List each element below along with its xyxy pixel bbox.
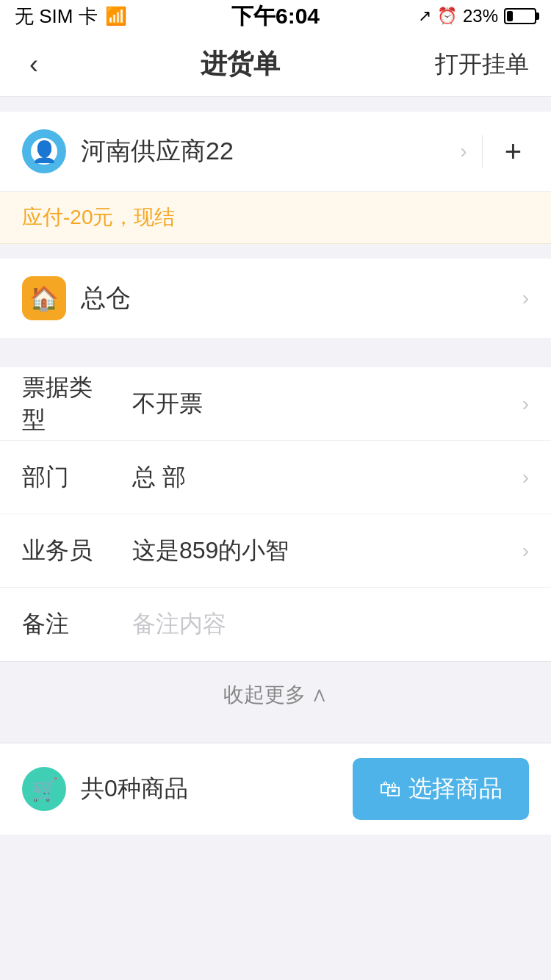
status-right: ↗ ⏰ 23% bbox=[418, 6, 536, 26]
status-bar: 无 SIM 卡 📶 下午6:04 ↗ ⏰ 23% bbox=[0, 0, 551, 32]
warehouse-row[interactable]: 🏠 总仓 › bbox=[0, 259, 551, 338]
warehouse-icon-wrap: 🏠 bbox=[22, 276, 66, 320]
status-time: 下午6:04 bbox=[231, 1, 320, 32]
product-count: 共0种商品 bbox=[81, 773, 353, 805]
bottom-bar: 🛒 共0种商品 🛍 选择商品 bbox=[0, 743, 551, 835]
supplier-avatar bbox=[22, 129, 66, 173]
location-icon: ↗ bbox=[418, 7, 431, 26]
battery-bar bbox=[504, 8, 536, 24]
page-title: 进货单 bbox=[201, 46, 280, 82]
section-gap-3 bbox=[0, 338, 551, 353]
notes-row[interactable]: 备注 备注内容 bbox=[0, 588, 551, 661]
warehouse-icon: 🏠 bbox=[29, 284, 59, 312]
avatar-icon bbox=[31, 138, 57, 165]
battery-fill bbox=[507, 11, 513, 21]
product-icon-wrap: 🛒 bbox=[22, 767, 66, 811]
invoice-type-value: 不开票 bbox=[110, 388, 522, 420]
select-product-label: 选择商品 bbox=[408, 773, 503, 805]
notes-placeholder[interactable]: 备注内容 bbox=[110, 608, 529, 641]
invoice-type-chevron-icon: › bbox=[522, 392, 529, 416]
supplier-chevron-icon: › bbox=[460, 140, 467, 163]
department-value: 总 部 bbox=[110, 461, 522, 494]
invoice-type-row[interactable]: 票据类型 不开票 › bbox=[0, 367, 551, 441]
carrier-text: 无 SIM 卡 bbox=[15, 4, 98, 29]
section-gap-1 bbox=[0, 97, 551, 112]
department-label: 部门 bbox=[22, 461, 110, 494]
supplier-name: 河南供应商22 bbox=[81, 134, 460, 168]
warehouse-chevron-icon: › bbox=[522, 287, 529, 310]
warehouse-section: 🏠 总仓 › bbox=[0, 259, 551, 338]
department-chevron-icon: › bbox=[522, 466, 529, 489]
back-button[interactable]: ‹ bbox=[22, 42, 46, 87]
sales-rep-value: 这是859的小智 bbox=[110, 535, 522, 567]
collapse-label: 收起更多 ∧ bbox=[223, 681, 328, 709]
notes-label: 备注 bbox=[22, 608, 110, 641]
form-section: 票据类型 不开票 › 部门 总 部 › 业务员 这是859的小智 › 备注 备注… bbox=[0, 367, 551, 661]
open-pending-button[interactable]: 打开挂单 bbox=[435, 48, 529, 81]
divider bbox=[482, 135, 483, 167]
status-carrier: 无 SIM 卡 📶 bbox=[15, 4, 127, 29]
wifi-icon: 📶 bbox=[105, 6, 127, 26]
select-product-icon: 🛍 bbox=[379, 777, 401, 801]
section-gap-2 bbox=[0, 244, 551, 259]
department-row[interactable]: 部门 总 部 › bbox=[0, 441, 551, 514]
sales-rep-chevron-icon: › bbox=[522, 539, 529, 563]
select-product-button[interactable]: 🛍 选择商品 bbox=[353, 758, 529, 820]
alarm-icon: ⏰ bbox=[437, 7, 457, 26]
sales-rep-label: 业务员 bbox=[22, 535, 110, 567]
nav-bar: ‹ 进货单 打开挂单 bbox=[0, 32, 551, 97]
battery-text: 23% bbox=[463, 6, 498, 26]
add-supplier-button[interactable]: + bbox=[497, 131, 529, 172]
alert-text: 应付-20元，现结 bbox=[22, 206, 175, 228]
supplier-section: 河南供应商22 › + 应付-20元，现结 bbox=[0, 112, 551, 244]
alert-banner: 应付-20元，现结 bbox=[0, 192, 551, 244]
collapse-row[interactable]: 收起更多 ∧ bbox=[0, 661, 551, 728]
invoice-type-label: 票据类型 bbox=[22, 372, 110, 436]
supplier-row[interactable]: 河南供应商22 › + bbox=[0, 112, 551, 192]
sales-rep-row[interactable]: 业务员 这是859的小智 › bbox=[0, 514, 551, 588]
product-icon: 🛒 bbox=[31, 777, 58, 802]
warehouse-name: 总仓 bbox=[81, 281, 522, 315]
